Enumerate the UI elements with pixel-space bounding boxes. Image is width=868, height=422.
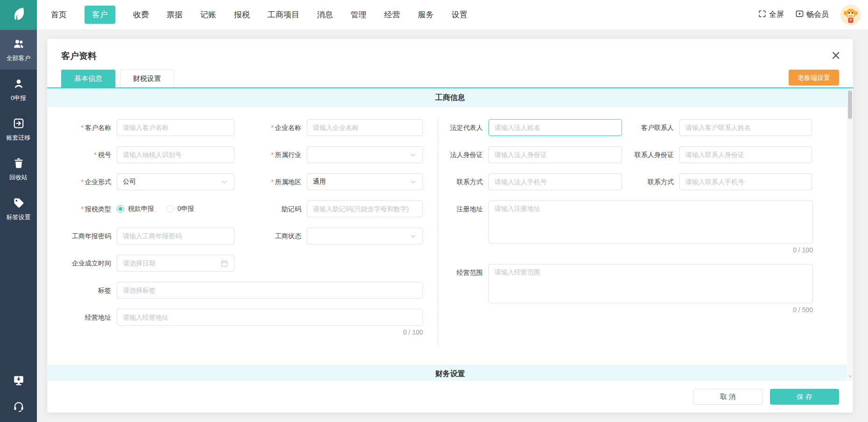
field-label-company-form: *企业形式 [47, 173, 117, 190]
required-asterisk: * [271, 178, 274, 186]
nav-item-3[interactable]: 票据 [167, 9, 183, 20]
close-icon[interactable]: × [831, 49, 841, 61]
nav-item-6[interactable]: 工商项目 [268, 9, 299, 20]
field-label-contact-id: 联系人身份证 [622, 146, 679, 163]
form-row: 标签 [47, 282, 438, 299]
sidebar-item-zero-declare[interactable]: 0申报 [0, 70, 37, 109]
sidebar-item-account-migrate[interactable]: 账套迁移 [0, 109, 37, 149]
radio-checked-icon[interactable] [117, 205, 124, 213]
trash-icon [13, 157, 25, 169]
app-logo[interactable] [0, 0, 37, 30]
legal-person-input[interactable] [494, 124, 616, 131]
save-button[interactable]: 保 存 [770, 389, 839, 405]
tax-type-option-1[interactable]: 0申报 [166, 205, 194, 213]
tab-1[interactable]: 财税设置 [120, 70, 174, 87]
nav-item-1[interactable]: 客户 [85, 6, 115, 24]
form-field-region: *所属地区通用 [234, 173, 423, 190]
mnemonic-code-input[interactable] [313, 205, 417, 213]
nav-item-4[interactable]: 记账 [200, 9, 216, 20]
sidebar-item-label: 回收站 [9, 173, 28, 182]
legal-id-input[interactable] [494, 151, 616, 158]
form-field-contact-id: 联系人身份证 [622, 146, 812, 163]
sidebar-item-tag-settings[interactable]: 标签设置 [0, 189, 37, 229]
form-field-establish-date: 企业成立时间 [47, 255, 234, 272]
scrollbar-thumb[interactable] [848, 90, 852, 119]
boss-settings-button[interactable]: 老板端设置 [789, 70, 839, 86]
form-field-annual-report-password: 工商年报密码 [47, 228, 234, 244]
avatar[interactable] [840, 4, 861, 26]
customer-profile-modal: 客户资料 × 基本信息财税设置老板端设置 工商信息 *客户名称*企业名称*税号*… [47, 39, 853, 413]
customer-name-input[interactable] [123, 124, 228, 131]
sidebar-item-recycle-bin[interactable]: 回收站 [0, 149, 37, 189]
field-label-legal-id: 法人身份证 [438, 146, 488, 163]
nav-item-2[interactable]: 收费 [133, 9, 149, 20]
legal-person-field [488, 119, 622, 136]
tax-no-input[interactable] [123, 151, 228, 158]
section-header-business: 工商信息 [47, 88, 853, 107]
tags-input[interactable] [123, 286, 417, 294]
form-row: 经营地址0 / 100 [47, 309, 438, 336]
declare-icon [13, 78, 25, 90]
modal-header: 客户资料 × [47, 39, 853, 62]
headset-icon[interactable] [13, 401, 25, 413]
download-icon[interactable] [13, 374, 25, 386]
tax-type-option-0[interactable]: 税款申报 [117, 205, 154, 213]
modal-scroll-area: 工商信息 *客户名称*企业名称*税号*所属行业*企业形式公司*所属地区通用*报税… [47, 88, 853, 381]
register-address-textarea[interactable] [488, 200, 813, 243]
field-label-contact-phone: 联系方式 [622, 173, 679, 190]
modal-scrollbar[interactable] [847, 88, 853, 381]
field-label-register-address: 注册地址 [438, 200, 488, 217]
form: *客户名称*企业名称*税号*所属行业*企业形式公司*所属地区通用*报税类型税款申… [47, 107, 853, 346]
form-field-tax-no: *税号 [47, 146, 234, 163]
sidebar-items: 全部客户0申报账套迁移回收站标签设置 [0, 30, 37, 229]
form-row: 法人身份证联系人身份证 [438, 146, 839, 163]
tab-0[interactable]: 基本信息 [61, 70, 115, 87]
form-row: 经营范围0 / 500 [438, 264, 839, 314]
legal-phone-input[interactable] [494, 178, 616, 186]
contact-id-input[interactable] [685, 151, 806, 158]
top-actions: 全屏畅会员 [758, 4, 868, 26]
nav-item-7[interactable]: 消息 [317, 9, 333, 20]
business-status-select[interactable] [307, 228, 423, 244]
field-label-tax-type: *报税类型 [47, 200, 117, 217]
company-form-select[interactable]: 公司 [117, 173, 234, 190]
radio-unchecked-icon[interactable] [166, 205, 174, 213]
customer-contact-input[interactable] [685, 124, 806, 131]
cancel-button[interactable]: 取 消 [693, 389, 762, 405]
field-label-business-scope: 经营范围 [438, 264, 488, 281]
industry-select[interactable] [307, 146, 423, 163]
nav-item-0[interactable]: 首页 [51, 9, 67, 20]
sidebar-item-all-clients[interactable]: 全部客户 [0, 30, 37, 70]
modal-tabs: 基本信息财税设置老板端设置 [47, 70, 853, 87]
form-field-business-scope: 经营范围0 / 500 [438, 264, 813, 314]
business-address-input[interactable] [123, 314, 417, 321]
field-label-customer-contact: 客户联系人 [622, 119, 679, 136]
member-button[interactable]: 畅会员 [795, 9, 829, 20]
member-label: 畅会员 [806, 10, 829, 20]
annual-report-password-input[interactable] [123, 232, 228, 240]
company-name-input[interactable] [313, 124, 417, 131]
nav-item-11[interactable]: 设置 [452, 9, 467, 20]
establish-date-input[interactable] [123, 259, 220, 267]
chevron-down-icon [409, 232, 417, 240]
form-row: 企业成立时间 [47, 255, 438, 272]
form-row: *税号*所属行业 [47, 146, 438, 163]
form-field-register-address: 注册地址0 / 100 [438, 200, 813, 254]
nav-item-10[interactable]: 服务 [418, 9, 434, 20]
chevron-down-icon[interactable] [847, 373, 853, 379]
form-field-legal-phone: 联系方式 [438, 173, 622, 190]
contact-id-field [679, 146, 812, 163]
modal-footer: 取 消 保 存 [47, 381, 853, 413]
region-select[interactable]: 通用 [307, 173, 423, 190]
chevron-down-icon [220, 178, 228, 186]
required-asterisk: * [271, 124, 274, 131]
nav-item-5[interactable]: 报税 [234, 9, 250, 20]
nav-item-8[interactable]: 管理 [351, 9, 367, 20]
fullscreen-button[interactable]: 全屏 [758, 9, 784, 20]
business-scope-textarea[interactable] [488, 264, 813, 303]
nav-item-9[interactable]: 经营 [384, 9, 400, 20]
tags-field [117, 282, 423, 299]
contact-phone-input[interactable] [685, 178, 806, 186]
form-field-tax-type: *报税类型税款申报0申报 [47, 200, 234, 217]
top-nav: 首页客户收费票据记账报税工商项目消息管理经营服务设置 [51, 6, 467, 24]
